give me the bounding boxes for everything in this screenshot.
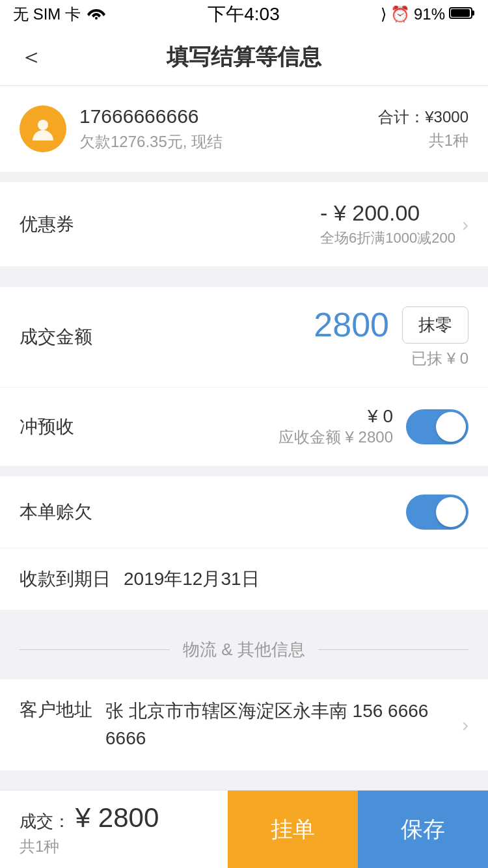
svg-rect-2: [472, 10, 474, 16]
customer-info: 17666666666 欠款1276.35元, 现结: [79, 105, 223, 152]
form-section-1: 成交金额 2800 抹零 已抹 ¥ 0 冲预收 ¥ 0 应收金额 ¥ 2800: [0, 287, 488, 466]
customer-left: 17666666666 欠款1276.35元, 现结: [20, 105, 223, 152]
save-button[interactable]: 保存: [358, 791, 488, 868]
nav-bar: ＜ 填写结算等信息: [0, 29, 488, 86]
prepay-sub: 应收金额 ¥ 2800: [278, 427, 393, 448]
logistics-line-right: [318, 649, 468, 650]
prepay-toggle[interactable]: [406, 409, 468, 444]
address-label: 客户地址: [20, 698, 92, 722]
bottom-count: 共1种: [20, 836, 208, 857]
wifi-icon: [86, 5, 107, 23]
deal-amount-value: 2800: [314, 305, 389, 344]
bottom-deal-row: 成交： ¥ 2800: [20, 802, 208, 834]
total-label: 合计：¥3000: [378, 107, 468, 128]
status-bar: 无 SIM 卡 下午4:03 ⟩ ⏰ 91%: [0, 0, 488, 29]
bottom-left: 成交： ¥ 2800 共1种: [0, 802, 228, 857]
customer-subtitle: 欠款1276.35元, 现结: [79, 131, 223, 152]
coupon-label: 优惠券: [20, 212, 74, 237]
bottom-bar: 成交： ¥ 2800 共1种 挂单 保存: [0, 790, 488, 868]
battery-icon: [449, 5, 475, 23]
customer-right: 合计：¥3000 共1种: [378, 107, 468, 151]
debt-label: 本单赊欠: [20, 500, 92, 524]
due-date-label: 收款到期日: [20, 567, 111, 591]
coupon-info: - ¥ 200.00 全场6折满1000减200: [320, 200, 455, 248]
avatar: [20, 105, 66, 152]
round-button[interactable]: 抹零: [402, 306, 468, 344]
logistics-label: 物流 & 其他信息: [183, 638, 305, 661]
svg-point-4: [38, 120, 48, 130]
toggle-knob: [436, 412, 466, 442]
deal-amount-right: 2800 抹零 已抹 ¥ 0: [314, 305, 468, 369]
deal-amount-label: 成交金额: [20, 325, 92, 349]
page-title: 填写结算等信息: [167, 42, 321, 72]
coupon-description: 全场6折满1000减200: [320, 228, 455, 248]
deal-amount-sub: 已抹 ¥ 0: [314, 348, 468, 369]
bottom-amount: ¥ 2800: [75, 802, 159, 833]
prepay-row: 冲预收 ¥ 0 应收金额 ¥ 2800: [0, 388, 488, 466]
total-count: 共1种: [378, 130, 468, 151]
address-value: 张 北京市市辖区海淀区永丰南 156 6666 6666: [105, 698, 455, 752]
debt-row: 本单赊欠: [0, 476, 488, 549]
coupon-right: - ¥ 200.00 全场6折满1000减200 ›: [320, 200, 468, 248]
due-date-row: 收款到期日 2019年12月31日: [0, 549, 488, 610]
logistics-section: 物流 & 其他信息: [0, 620, 488, 679]
due-date-value: 2019年12月31日: [124, 567, 260, 591]
main-content: 17666666666 欠款1276.35元, 现结 合计：¥3000 共1种 …: [0, 86, 488, 868]
total-value: ¥3000: [425, 108, 468, 126]
section-gap-1: [0, 466, 488, 476]
status-time: 下午4:03: [208, 2, 280, 27]
section-divider-1: [0, 277, 488, 287]
location-icon: ⟩: [381, 5, 386, 23]
svg-point-0: [95, 17, 98, 20]
amount-right: 2800 抹零: [314, 305, 468, 344]
prepay-right: ¥ 0 应收金额 ¥ 2800: [278, 406, 468, 448]
sim-status: 无 SIM 卡: [13, 4, 81, 25]
bottom-buttons: 挂单 保存: [228, 791, 488, 868]
prepay-amount: ¥ 0: [368, 406, 393, 427]
status-left: 无 SIM 卡: [13, 4, 107, 25]
svg-rect-3: [451, 9, 470, 17]
back-button[interactable]: ＜: [20, 41, 43, 73]
hang-button[interactable]: 挂单: [228, 791, 358, 868]
status-right: ⟩ ⏰ 91%: [381, 5, 475, 23]
customer-phone: 17666666666: [79, 105, 223, 128]
prepay-info: ¥ 0 应收金额 ¥ 2800: [278, 406, 393, 448]
customer-card: 17666666666 欠款1276.35元, 现结 合计：¥3000 共1种: [0, 86, 488, 172]
battery-text: 91%: [414, 5, 445, 23]
logistics-line-left: [20, 649, 170, 650]
debt-toggle-knob: [436, 497, 466, 527]
deal-amount-row: 成交金额 2800 抹零 已抹 ¥ 0: [0, 287, 488, 388]
back-icon: ＜: [20, 43, 43, 70]
coupon-row[interactable]: 优惠券 - ¥ 200.00 全场6折满1000减200 ›: [0, 182, 488, 266]
debt-toggle[interactable]: [406, 495, 468, 530]
address-row[interactable]: 客户地址 张 北京市市辖区海淀区永丰南 156 6666 6666 ›: [0, 679, 488, 770]
coupon-arrow-icon: ›: [462, 213, 468, 236]
coupon-discount: - ¥ 200.00: [320, 200, 455, 226]
prepay-label: 冲预收: [20, 414, 74, 439]
bottom-deal-label: 成交：: [20, 811, 70, 831]
address-arrow-icon: ›: [462, 714, 468, 736]
alarm-icon: ⏰: [390, 5, 410, 23]
